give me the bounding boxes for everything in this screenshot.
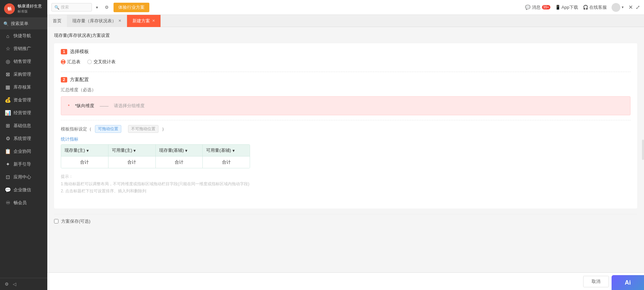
scroll-handle[interactable]	[642, 140, 644, 160]
settings-icon[interactable]: ⚙	[5, 282, 9, 287]
dropdown-icon-3: ▾	[232, 148, 235, 153]
sidebar-item-inventory[interactable]: ▦ 库存核算	[0, 81, 47, 94]
statistics-section: 统计指标 现存量(主) ▾ 可用量(主) ▾	[61, 136, 630, 168]
sidebar-item-guide[interactable]: ✦ 新手引导	[0, 158, 47, 171]
sidebar-item-purchase[interactable]: ⊠ 采购管理	[0, 68, 47, 81]
logo-text: 畅康通好生意 标准版	[18, 4, 42, 14]
stats-data-1: 合计	[108, 156, 156, 168]
breadcrumb: 现存量(库存状况表)方案设置	[54, 32, 637, 39]
stats-header-row: 现存量(主) ▾ 可用量(主) ▾ 现存量(基辅) ▾	[61, 145, 250, 156]
stats-col-0[interactable]: 现存量(主) ▾	[61, 145, 108, 156]
step1-badge: 1	[61, 49, 67, 54]
stats-col-3[interactable]: 可用量(基辅) ▾	[203, 145, 250, 156]
dropdown-icon-0: ▾	[86, 148, 89, 153]
radio-cross-circle	[87, 59, 92, 64]
sidebar-item-quicknav[interactable]: ⌂ 快捷导航	[0, 29, 47, 42]
step2-label: 方案配置	[70, 77, 89, 83]
sidebar-item-finance[interactable]: 💰 资金管理	[0, 94, 47, 106]
wechat-icon: 💬	[5, 187, 11, 193]
sidebar-item-appcenter[interactable]: ⊡ 应用中心	[0, 171, 47, 184]
expand-button[interactable]: ⤢	[636, 4, 640, 10]
tab-home[interactable]: 首页	[47, 15, 67, 27]
home-icon: ⌂	[5, 33, 11, 39]
stats-data-0: 合计	[61, 156, 108, 168]
topbar-dropdown[interactable]: ▾	[94, 4, 100, 11]
sidebar: 畅 畅康通好生意 标准版 🔍 搜索菜单 ⌂ 快捷导航 ☆ 营销推广 ◎ 销售管理…	[0, 0, 47, 290]
collab-icon: 📋	[5, 148, 11, 154]
messages-badge: 99+	[542, 5, 550, 9]
radio-summary[interactable]: 汇总表	[61, 59, 80, 65]
stats-data-2: 合计	[156, 156, 203, 168]
content-area: 现存量(库存状况表)方案设置 1 选择模板 汇总表	[47, 27, 644, 272]
avatar	[612, 3, 620, 12]
tabbar: 首页 现存量（库存状况表） ✕ 新建方案 ✕	[47, 15, 644, 27]
ai-button[interactable]: Ai	[612, 275, 644, 290]
user-menu[interactable]: ▾	[612, 3, 624, 12]
tab-new-plan-close[interactable]: ✕	[152, 19, 155, 23]
sidebar-search[interactable]: 🔍 搜索菜单	[0, 18, 47, 29]
step2-title: 2 方案配置	[61, 77, 630, 83]
basic-icon: ⊞	[5, 123, 11, 129]
statistics-title: 统计指标	[61, 136, 630, 142]
metrics-close: ）	[162, 126, 166, 132]
sidebar-item-basic-info[interactable]: ⊞ 基础信息	[0, 119, 47, 132]
topbar-search-box[interactable]: 🔍 搜索	[51, 3, 92, 11]
topbar-left: 🔍 搜索 ▾ ⚙ 体验行业方案	[51, 3, 522, 12]
tab-inventory[interactable]: 现存量（库存状况表） ✕	[67, 15, 127, 27]
sidebar-item-collab[interactable]: 📋 企业协同	[0, 145, 47, 158]
app-download-button[interactable]: 📱 App下载	[555, 4, 578, 10]
required-star: *	[68, 103, 70, 108]
dropdown-icon-2: ▾	[185, 148, 188, 153]
tab-new-plan[interactable]: 新建方案 ✕	[127, 15, 161, 27]
tip-item-1: 2. 点击标题栏下拉可设置排序、插入列和删除列	[61, 188, 630, 195]
stats-col-1[interactable]: 可用量(主) ▾	[108, 145, 156, 156]
metrics-label-row: 模板指标设定（ 可拖动位置 不可拖动位置 ）	[61, 125, 630, 133]
phone-icon: 📱	[555, 5, 561, 10]
close-button[interactable]: ✕	[628, 4, 633, 10]
sidebar-nav: ⌂ 快捷导航 ☆ 营销推广 ◎ 销售管理 ⊠ 采购管理 ▦ 库存核算 💰 资金管…	[0, 29, 47, 278]
dropdown-icon-1: ▾	[133, 148, 136, 153]
trial-button[interactable]: 体验行业方案	[114, 3, 149, 12]
system-icon: ⚙	[5, 136, 11, 142]
stats-col-2[interactable]: 现存量(基辅) ▾	[156, 145, 203, 156]
online-service-button[interactable]: 🎧 在线客服	[583, 4, 607, 10]
topbar-gear-button[interactable]: ⚙	[102, 3, 112, 11]
cancel-button[interactable]: 取消	[583, 276, 609, 287]
inventory-icon: ▦	[5, 84, 11, 90]
sidebar-item-management[interactable]: 📊 经营管理	[0, 106, 47, 119]
dash: ——	[100, 103, 108, 108]
bottom-bar: 取消 查询	[47, 272, 644, 290]
vertical-dim-label: *纵向维度	[75, 103, 94, 109]
search-icon: 🔍	[3, 21, 9, 26]
step1-section: 1 选择模板 汇总表 交叉统计表	[61, 49, 630, 65]
sidebar-item-system[interactable]: ⚙ 系统管理	[0, 132, 47, 145]
step2-section: 2 方案配置 汇总维度（必选） * *纵向维度 —— 请选择分组维度 模板指标设…	[61, 77, 630, 195]
radio-summary-circle	[61, 59, 66, 64]
vertical-dimension-row[interactable]: * *纵向维度 —— 请选择分组维度	[61, 96, 630, 115]
purchase-icon: ⊠	[5, 71, 11, 77]
sidebar-bottom: ⚙ ◁	[0, 278, 47, 290]
window-controls: ✕ ⤢	[628, 4, 640, 10]
sidebar-item-member[interactable]: ♾ 畅会员	[0, 196, 47, 209]
dimension-required-label: 汇总维度（必选）	[61, 87, 630, 93]
sidebar-logo: 畅 畅康通好生意 标准版	[0, 0, 47, 18]
sidebar-item-wechat[interactable]: 💬 企业微信	[0, 184, 47, 196]
sidebar-item-marketing[interactable]: ☆ 营销推广	[0, 42, 47, 55]
statistics-table: 现存量(主) ▾ 可用量(主) ▾ 现存量(基辅) ▾	[61, 144, 250, 168]
draggable-tag: 可拖动位置	[95, 125, 121, 133]
save-checkbox-row: 方案保存(可选)	[54, 214, 637, 228]
messages-button[interactable]: 💬 消息 99+	[525, 4, 550, 10]
message-icon: 💬	[525, 5, 530, 10]
collapse-icon[interactable]: ◁	[13, 282, 16, 287]
non-draggable-tag: 不可拖动位置	[128, 125, 158, 133]
radio-cross[interactable]: 交叉统计表	[87, 59, 116, 65]
topbar-search-text: 搜索	[61, 4, 69, 10]
main-area: 🔍 搜索 ▾ ⚙ 体验行业方案 💬 消息 99+ 📱 App下载 🎧 在线客服	[47, 0, 644, 290]
dim-placeholder: 请选择分组维度	[114, 103, 145, 109]
tab-inventory-close[interactable]: ✕	[118, 19, 121, 23]
sales-icon: ◎	[5, 58, 11, 65]
step2-badge: 2	[61, 77, 67, 82]
save-checkbox-label[interactable]: 方案保存(可选)	[61, 218, 91, 224]
sidebar-item-sales[interactable]: ◎ 销售管理	[0, 55, 47, 68]
save-checkbox[interactable]	[54, 219, 58, 223]
